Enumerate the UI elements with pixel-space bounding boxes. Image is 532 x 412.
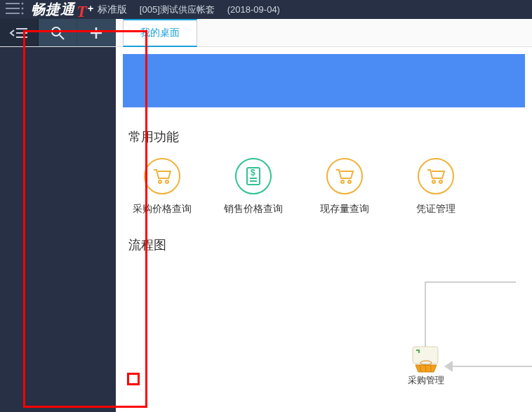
func-label: 销售价格查询: [224, 203, 283, 215]
tab-bar: 我的桌面: [116, 19, 532, 46]
section-common-functions: 常用功能: [128, 128, 532, 145]
func-voucher-management[interactable]: 凭证管理: [402, 158, 470, 215]
edition-label: 标准版: [98, 4, 127, 16]
func-label: 采购价格查询: [133, 203, 192, 215]
svg-point-18: [432, 180, 435, 183]
content-area: 常用功能 采购价格查询 $: [116, 47, 532, 412]
svg-point-10: [159, 180, 161, 183]
svg-line-7: [60, 35, 64, 39]
sidebar-collapse-icon[interactable]: [0, 19, 39, 46]
brand-text-t: T: [77, 4, 87, 19]
add-button[interactable]: [77, 19, 116, 46]
flow-connector: [451, 366, 532, 367]
func-sales-price-query[interactable]: $ 销售价格查询: [220, 158, 287, 215]
svg-point-16: [341, 180, 344, 183]
tab-label: 我的桌面: [140, 27, 180, 39]
func-purchase-price-query[interactable]: 采购价格查询: [128, 158, 196, 215]
brand-logo: 畅捷通 T +: [31, 0, 93, 19]
sidebar: [0, 47, 116, 412]
flow-arrow-left: [444, 361, 453, 372]
svg-point-1: [22, 7, 24, 9]
cart-icon: [144, 158, 180, 194]
svg-text:$: $: [251, 168, 255, 178]
account-label: [005]测试供应帐套: [140, 4, 215, 16]
section-flowchart: 流程图: [128, 237, 532, 253]
func-stock-query[interactable]: 现存量查询: [311, 158, 378, 215]
tab-my-desktop[interactable]: 我的桌面: [123, 19, 197, 47]
func-label: 现存量查询: [320, 203, 369, 215]
svg-point-11: [166, 180, 168, 183]
banner: [123, 54, 525, 107]
flow-node-label: 采购管理: [408, 374, 444, 387]
price-sheet-icon: $: [235, 158, 272, 194]
brand-text-cn: 畅捷通: [31, 0, 75, 19]
svg-point-0: [22, 2, 24, 4]
common-functions-row: 采购价格查询 $ 销售价格查询: [128, 158, 532, 215]
flow-area: 采购管理 生产管理: [116, 267, 532, 412]
flow-node-purchase[interactable]: 采购管理: [408, 343, 444, 387]
svg-point-19: [439, 180, 442, 183]
cart-icon: [418, 158, 454, 194]
search-button[interactable]: [39, 19, 77, 46]
flow-connector: [425, 281, 516, 283]
menu-icon[interactable]: [4, 1, 24, 18]
cart-icon: [326, 158, 363, 194]
svg-point-6: [52, 27, 60, 36]
func-label: 凭证管理: [416, 203, 455, 215]
svg-point-17: [348, 180, 351, 183]
date-label: (2018-09-04): [227, 4, 280, 15]
svg-point-2: [22, 12, 24, 14]
basket-icon: [409, 343, 443, 374]
brand-text-plus: +: [88, 4, 93, 13]
